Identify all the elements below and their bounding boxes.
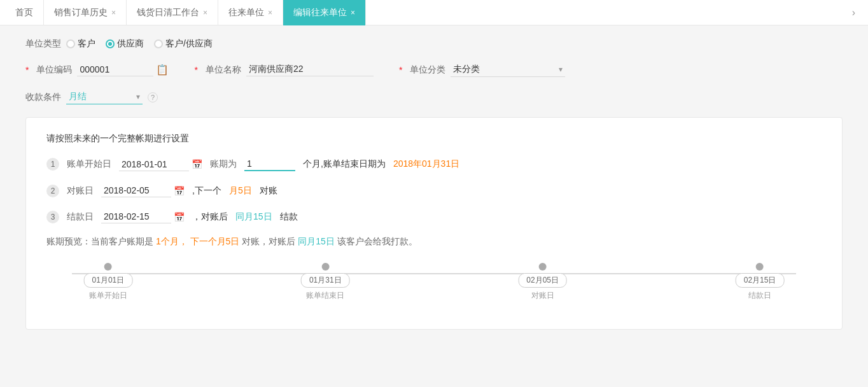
preview-label: 账期预览：当前客户账期是 [46, 236, 153, 246]
payment-help-icon[interactable]: ? [148, 92, 158, 102]
row-3-suffix-highlight: 同月15日 [235, 211, 272, 223]
unit-type-field: 单位类型 客户 供应商 客户/供应商 [25, 38, 213, 50]
timeline-point-2: 01月31日 账单结束日 [301, 263, 350, 301]
row-1-period-input[interactable] [244, 157, 295, 171]
tab-home-label: 首页 [15, 7, 33, 18]
row-3-calendar-icon[interactable]: 📅 [174, 212, 185, 222]
timeline: 01月01日 账单开始日 01月31日 账单结束日 02月05日 对账日 [72, 263, 796, 314]
unit-name-label: 单位名称 [206, 64, 241, 76]
row-2-calendar-icon[interactable]: 📅 [174, 186, 185, 196]
tabs-more-button[interactable]: › [844, 7, 863, 18]
tab-partner-units-label: 往来单位 [228, 7, 264, 18]
row-3-suffix-post: 结款 [280, 211, 298, 223]
row-1-label: 账单开始日 [67, 158, 111, 170]
unit-name-required: * [194, 65, 197, 75]
tab-partner-units[interactable]: 往来单位 × [218, 0, 283, 25]
unit-type-row: 单位类型 客户 供应商 客户/供应商 [25, 38, 843, 50]
radio-customer-circle [66, 39, 75, 48]
unit-info-row: * 单位编码 📋 * 单位名称 * 单位分类 未分类 ▾ [25, 62, 843, 77]
row-1-date-wrapper: 📅 [119, 158, 202, 171]
unit-name-input[interactable] [246, 63, 374, 76]
timeline-label-3: 对账日 [531, 290, 554, 301]
unit-category-chevron: ▾ [559, 65, 563, 74]
unit-category-required: * [399, 65, 402, 75]
setting-row-2: 2 对账日 📅 ,下一个 月5日 对账 [46, 184, 822, 197]
tab-partner-units-close[interactable]: × [268, 9, 272, 17]
setting-row-3: 3 结款日 📅 ，对账后 同月15日 结款 [46, 210, 822, 223]
tab-edit-partner[interactable]: 编辑往来单位 × [283, 0, 366, 25]
row-num-1: 1 [46, 158, 59, 171]
row-2-label: 对账日 [67, 185, 94, 197]
radio-supplier-circle [106, 39, 115, 48]
timeline-dot-1 [104, 263, 112, 271]
timeline-badge-2: 01月31日 [301, 273, 350, 288]
timeline-label-1: 账单开始日 [89, 290, 127, 301]
timeline-badge-1: 01月01日 [84, 273, 133, 288]
tab-home[interactable]: 首页 [5, 0, 44, 25]
payment-condition-chevron: ▾ [136, 92, 140, 101]
row-1-date-input[interactable] [119, 158, 189, 171]
setting-row-1: 1 账单开始日 📅 账期为 个月,账单结束日期为 2018年01月31日 [46, 157, 822, 171]
page-content: 单位类型 客户 供应商 客户/供应商 * 单位编码 [0, 25, 868, 387]
unit-code-input-wrapper: 📋 [77, 63, 169, 76]
timeline-badge-3: 02月05日 [518, 273, 567, 288]
preview-part3: 同月15日 [298, 236, 335, 246]
preview-text: 账期预览：当前客户账期是 1个月， 下一个月5日 对账，对账后 同月15日 该客… [46, 236, 822, 248]
tab-sales-history-label: 销售订单历史 [54, 7, 108, 18]
tab-cash-ledger[interactable]: 钱货日清工作台 × [127, 0, 218, 25]
row-1-calendar-icon[interactable]: 📅 [192, 159, 202, 169]
row-num-3: 3 [46, 211, 59, 223]
tabs-bar: 首页 销售订单历史 × 钱货日清工作台 × 往来单位 × 编辑往来单位 × › [0, 0, 868, 25]
unit-category-value: 未分类 [453, 64, 480, 75]
unit-code-input[interactable] [77, 63, 153, 76]
payment-condition-select[interactable]: 月结 ▾ [66, 90, 143, 104]
preview-end: 该客户会给我打款。 [337, 236, 417, 246]
radio-customer-label: 客户 [78, 38, 95, 50]
timeline-dot-3 [539, 263, 547, 271]
unit-code-required: * [25, 65, 29, 75]
unit-code-field: * 单位编码 📋 [25, 63, 169, 76]
payment-condition-value: 月结 [69, 91, 87, 102]
tab-sales-history-close[interactable]: × [111, 9, 116, 17]
row-2-suffix-pre: ,下一个 [192, 185, 221, 197]
timeline-points-container: 01月01日 账单开始日 01月31日 账单结束日 02月05日 对账日 [72, 263, 796, 314]
row-2-date-wrapper: 📅 [101, 184, 185, 197]
radio-both[interactable]: 客户/供应商 [154, 38, 213, 50]
unit-category-field: * 单位分类 未分类 ▾ [399, 62, 565, 77]
row-1-period-unit: 个月,账单结束日期为 [303, 158, 386, 170]
unit-category-label: 单位分类 [410, 64, 445, 76]
tab-sales-history[interactable]: 销售订单历史 × [44, 0, 127, 25]
timeline-point-3: 02月05日 对账日 [518, 263, 567, 301]
unit-type-radio-group: 客户 供应商 客户/供应商 [66, 38, 213, 50]
row-2-suffix-post: 对账 [260, 185, 277, 197]
row-1-period-label: 账期为 [210, 158, 237, 170]
card-title: 请按照未来的一个完整帐期进行设置 [46, 133, 822, 144]
radio-supplier[interactable]: 供应商 [106, 38, 144, 50]
timeline-label-4: 结款日 [748, 290, 771, 301]
unit-type-label: 单位类型 [25, 38, 61, 50]
payment-condition-label: 收款条件 [25, 92, 61, 103]
unit-category-select[interactable]: 未分类 ▾ [451, 62, 565, 77]
row-1-end-date: 2018年01月31日 [393, 158, 459, 170]
unit-code-icon[interactable]: 📋 [156, 64, 169, 76]
timeline-dot-4 [756, 263, 764, 271]
payment-condition-row: 收款条件 月结 ▾ ? [25, 90, 843, 104]
row-2-date-input[interactable] [101, 184, 171, 197]
timeline-point-1: 01月01日 账单开始日 [84, 263, 133, 301]
unit-code-label: 单位编码 [36, 64, 72, 76]
tab-cash-ledger-label: 钱货日清工作台 [137, 7, 199, 18]
radio-customer[interactable]: 客户 [66, 38, 95, 50]
unit-name-field: * 单位名称 [194, 63, 373, 76]
tab-edit-partner-close[interactable]: × [351, 9, 355, 17]
row-3-suffix-pre: ，对账后 [192, 211, 228, 223]
row-2-suffix-highlight: 月5日 [229, 185, 252, 197]
radio-supplier-label: 供应商 [117, 38, 144, 50]
tab-cash-ledger-close[interactable]: × [203, 9, 207, 17]
row-3-date-input[interactable] [101, 210, 171, 223]
timeline-dot-2 [321, 263, 329, 271]
radio-both-circle [154, 39, 163, 48]
row-num-2: 2 [46, 185, 59, 197]
timeline-label-2: 账单结束日 [306, 290, 344, 301]
preview-mid: 对账，对账后 [242, 236, 295, 246]
preview-part2: 下一个月5日 [190, 236, 240, 246]
